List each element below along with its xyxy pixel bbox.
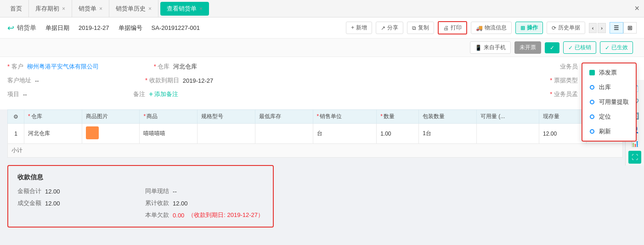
doc-actions: + 新增 ↗ 分享 ⧉ 复制 🖨 打印 🚚 物流信息 ⊞ 操作 (346, 21, 637, 34)
refresh-icon (589, 128, 595, 135)
locate-icon (589, 114, 595, 120)
col-spec: 规格型号 (198, 110, 255, 124)
tab-sales-order[interactable]: 销货单 × (72, 0, 109, 17)
row-available (477, 124, 539, 144)
outbound-icon (589, 84, 595, 91)
from-phone-button[interactable]: 📱 来自手机 (470, 41, 511, 54)
table-container: ⚙ *仓库 商品图片 *商品 规格型号 最低库存 *销售单位 *数量 包装数量 … (7, 109, 623, 158)
product-table: ⚙ *仓库 商品图片 *商品 规格型号 最低库存 *销售单位 *数量 包装数量 … (7, 109, 623, 158)
row-spec (198, 124, 255, 144)
void-status: ✓ 已核销 (563, 41, 596, 54)
transaction-label: 成交金额 (17, 199, 41, 207)
check-icon: ✓ (568, 45, 573, 51)
dropdown-add-invoice[interactable]: 添发票 (582, 65, 636, 80)
row-index: 1 (8, 124, 24, 144)
new-button[interactable]: + 新增 (346, 22, 372, 34)
staff-label: 业务员 (560, 63, 578, 71)
doc-number-value: SA-20191227-001 (152, 24, 200, 31)
customer-label: 客户 (7, 63, 23, 71)
cumulative-value: 12.00 (173, 200, 188, 207)
dropdown-refresh[interactable]: 刷新 (582, 124, 636, 139)
tab-sales-order-close[interactable]: × (99, 6, 102, 12)
cumulative-row: 累计收款 12.00 (145, 199, 264, 207)
col-warehouse: *仓库 (24, 110, 82, 124)
print-button[interactable]: 🖨 打印 (438, 21, 467, 34)
transaction-row: 成交金额 12.00 (17, 199, 136, 207)
product-thumbnail (86, 126, 99, 139)
table-row: 1 河北仓库 嘻嘻嘻嘻 台 1.00 1台 12.00 0. (8, 124, 623, 144)
confirm-button[interactable]: ✓ (545, 42, 559, 53)
not-opened-button[interactable]: 未开票 (514, 41, 541, 54)
view-toggle: ☰ ⊞ (610, 22, 637, 34)
address-field: 客户地址 -- (7, 76, 90, 85)
nav-arrows: ‹ › (589, 23, 606, 33)
project-value: -- (23, 91, 78, 98)
col-unit: *销售单位 (313, 110, 377, 124)
row-image (82, 124, 140, 144)
row-unit: 台 (313, 124, 377, 144)
operations-button[interactable]: ⊞ 操作 (515, 22, 543, 34)
add-note-button[interactable]: + 添加备注 (149, 90, 178, 98)
address-value: -- (35, 77, 90, 84)
logistics-button[interactable]: 🚚 物流信息 (471, 22, 512, 34)
project-field: 项目 -- (7, 90, 78, 98)
form-row-3: 项目 -- 备注 + 添加备注 业务员孟 -- (7, 90, 637, 98)
balance-label: 本单欠款 (145, 211, 169, 219)
expand-sidebar-icon: ⛶ (632, 154, 638, 161)
customer-field: 客户 柳州粤港平安气体有限公司 (7, 63, 99, 71)
list-view-button[interactable]: ☰ (610, 22, 623, 34)
row-product: 嘻嘻嘻嘻 (140, 124, 198, 144)
payment-date-label: 收款到期日 (145, 76, 179, 85)
tab-bar: 首页 库存期初 × 销货单 × 销货单历史 × 查看销货单 × × (0, 0, 644, 17)
salesperson-label: 业务员孟 (550, 90, 578, 98)
balance-note[interactable]: （收款到期日: 2019-12-27） (188, 211, 264, 219)
toolbar-row: 📱 来自手机 未开票 ✓ ✓ 已核销 ✓ 已生效 添发票 (0, 39, 644, 57)
add-invoice-icon (589, 69, 595, 76)
col-quantity: *数量 (377, 110, 419, 124)
tab-sales-history-close[interactable]: × (148, 6, 152, 12)
form-row-2: 客户地址 -- 收款到期日 2019-12-27 票据类型 不开票 (7, 76, 637, 85)
tab-home[interactable]: 首页 (4, 0, 29, 17)
col-available: 可用量 (... (477, 110, 539, 124)
subtotal-label: 小计 (8, 144, 623, 158)
note-label: 备注 (133, 90, 145, 98)
doc-date-value: 2019-12-27 (79, 24, 109, 31)
invoice-label: 票据类型 (550, 76, 578, 85)
tab-view-sales[interactable]: 查看销货单 × (160, 2, 209, 16)
project-label: 项目 (7, 90, 19, 98)
grid-view-button[interactable]: ⊞ (623, 22, 637, 34)
warehouse-field: 仓库 河北仓库 (154, 63, 229, 71)
payment-date-value: 2019-12-27 (183, 77, 238, 84)
customer-value[interactable]: 柳州粤港平安气体有限公司 (27, 63, 99, 71)
dropdown-outbound[interactable]: 出库 (582, 80, 636, 95)
tab-inventory-init[interactable]: 库存期初 × (29, 0, 72, 17)
copy-button[interactable]: ⧉ 复制 (407, 22, 434, 34)
col-package-qty: 包装数量 (419, 110, 477, 124)
note-field: 备注 + 添加备注 (133, 90, 178, 98)
sidebar-expand-icon[interactable]: ⛶ (628, 151, 641, 164)
balance-value: 0.00 (173, 212, 184, 219)
dropdown-locate[interactable]: 定位 (582, 109, 636, 124)
history-button[interactable]: ⟳ 历史单据 (547, 22, 585, 34)
payment-section: 收款信息 金额合计 12.00 同单现结 -- 成交金额 12.00 累计收款 … (0, 158, 644, 235)
doc-type-label: 销货单 (17, 24, 36, 32)
col-settings[interactable]: ⚙ (8, 110, 24, 124)
truck-icon: 🚚 (476, 25, 483, 31)
dropdown-available-qty[interactable]: 可用量提取 (582, 95, 636, 109)
share-button[interactable]: ↗ 分享 (376, 22, 403, 34)
payment-grid: 金额合计 12.00 同单现结 -- 成交金额 12.00 累计收款 12.00 (17, 187, 264, 219)
same-order-row: 同单现结 -- (145, 187, 264, 195)
next-button[interactable]: › (598, 23, 606, 33)
same-order-label: 同单现结 (145, 187, 169, 195)
document-header: ↩ 销货单 单据日期 2019-12-27 单据编号 SA-20191227-0… (0, 17, 644, 39)
tab-view-sales-close[interactable]: × (199, 6, 203, 12)
tab-bar-close-button[interactable]: × (634, 4, 639, 13)
tab-sales-history[interactable]: 销货单历史 × (109, 0, 158, 17)
subtotal-row: 小计 (8, 144, 623, 158)
prev-button[interactable]: ‹ (589, 23, 597, 33)
cumulative-label: 累计收款 (145, 199, 169, 207)
total-amount-label: 金额合计 (17, 187, 41, 195)
payment-date-field: 收款到期日 2019-12-27 (145, 76, 238, 85)
transaction-value: 12.00 (45, 200, 60, 207)
tab-inventory-init-close[interactable]: × (62, 6, 65, 12)
